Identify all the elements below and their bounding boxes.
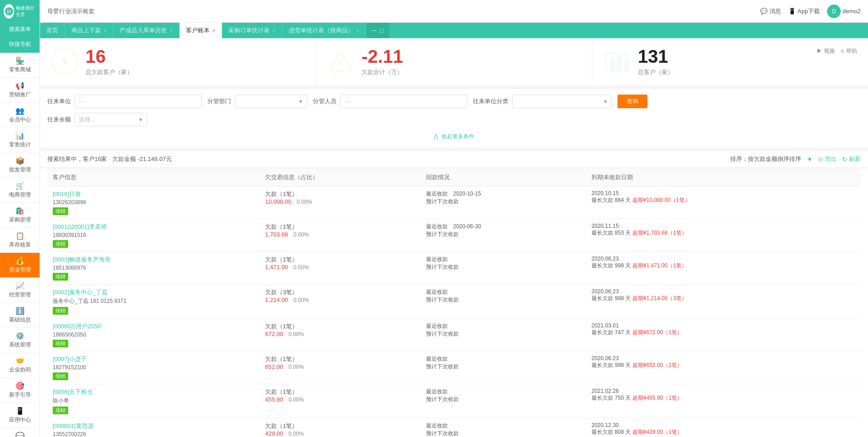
table-body: [0016]吕俊 13026203696 现销 欠款（1笔） 10,000.00…: [47, 186, 861, 437]
nav-label-11: 系统管理: [9, 341, 31, 349]
collapse-icon: ⋀: [434, 133, 438, 140]
debt-amount-row-1: 1,703.68 0.00%: [265, 231, 415, 238]
customer-name-0[interactable]: [0016]吕俊: [53, 190, 254, 198]
tab-close-1[interactable]: ×: [104, 28, 106, 33]
sidebar-item-4[interactable]: 📦批发管理: [0, 153, 40, 178]
unit-class-chevron-icon: ▼: [603, 99, 608, 104]
help-btn[interactable]: ⊙ 帮助: [840, 47, 857, 55]
refresh-btn[interactable]: ↻ 刷新: [842, 155, 861, 163]
overdue-link-0[interactable]: 超期¥10,000.00（1笔）: [632, 197, 690, 203]
view-label: 视频: [824, 48, 835, 54]
unit-class-select[interactable]: ▼: [512, 95, 612, 108]
overdue-link-1[interactable]: 超期¥1,703.68（1笔）: [632, 230, 687, 236]
overdue-link-3[interactable]: 超期¥1,214.00（3笔）: [632, 295, 687, 301]
table-row: [0002]服务中心_丁磊 服务中心_丁磊 181 0125 8371 现销 欠…: [47, 285, 861, 319]
source-unit-dots: ···: [79, 97, 85, 105]
unit-class-label: 往来单位分类: [473, 97, 508, 105]
balance-placeholder: 选择...: [79, 116, 95, 124]
tab-production[interactable]: 产成品入库单历史×: [113, 23, 179, 38]
max-days-row-1: 最长欠款 853 天 超期¥1,703.68（1笔）: [592, 229, 855, 237]
overdue-link-4[interactable]: 超期¥672.00（1笔）: [632, 329, 682, 336]
customer-name-7[interactable]: [000001]黄思源: [53, 422, 254, 430]
last-recv-label-6: 最近收款: [426, 388, 448, 395]
customer-cell-2: [0003]畅捷服务尹海燕 18513066976 现销: [47, 252, 260, 285]
sidebar-item-7[interactable]: 📋库存核算: [0, 228, 40, 253]
tab-close-2[interactable]: ×: [170, 28, 172, 33]
sidebar-item-2[interactable]: 👥会员中心: [0, 103, 40, 128]
customer-name-1[interactable]: [0001020001]李老师: [53, 223, 254, 231]
query-button[interactable]: 查询: [617, 95, 647, 108]
user-avatar-btn[interactable]: D demo2: [827, 5, 861, 18]
tab-close-5[interactable]: ×: [356, 28, 359, 33]
sidebar-item-5[interactable]: 🛒电商管理: [0, 178, 40, 203]
message-btn[interactable]: 💬 消息: [760, 7, 781, 15]
customer-cell-5: [0007]小迸干 18279152100 现销: [47, 352, 260, 384]
customer-name-3[interactable]: [0002]服务中心_丁磊: [53, 288, 254, 296]
quick-nav-btn[interactable]: 快捷导航: [0, 36, 40, 53]
collapse-bar[interactable]: ⋀ 收起更多条件: [47, 131, 861, 142]
manager-input[interactable]: ···: [340, 95, 467, 108]
app-download-btn[interactable]: 📱 App下载: [788, 7, 820, 15]
overdue-link-6[interactable]: 超期¥455.90（1笔）: [632, 395, 682, 401]
due-date-7: 2020.12.30: [592, 422, 855, 428]
next-recv-1: 预计下次收款: [426, 231, 581, 238]
balance-select[interactable]: 选择... ▼: [75, 113, 147, 126]
overdue-link-7[interactable]: 超期¥429.00（1笔）: [632, 429, 682, 435]
svg-text:好: 好: [7, 9, 11, 14]
customer-name-2[interactable]: [0003]畅捷服务尹海燕: [53, 256, 254, 264]
tab-products[interactable]: 商品上下架×: [65, 23, 113, 38]
tag-cash-4: 现销: [53, 340, 68, 347]
overdue-link-5[interactable]: 超期¥652.00（1笔）: [632, 362, 682, 368]
next-recv-label-0: 预计下次收款: [426, 198, 459, 205]
sidebar-item-11[interactable]: ⚙️系统管理: [0, 328, 40, 353]
last-date-0: 2020-10-15: [453, 191, 481, 197]
tab-instock[interactable]: 进货单统计表（按商品）×: [282, 23, 366, 38]
last-recv-label-5: 最近收款: [426, 356, 448, 362]
app-download-label: App下载: [798, 7, 820, 15]
sidebar-item-6[interactable]: 🛍️采购管理: [0, 203, 40, 228]
customer-name-6[interactable]: [0006]去下粮仓: [53, 388, 254, 396]
next-recv-2: 预计下次收款: [426, 263, 581, 271]
sidebar-item-3[interactable]: 📊零售统计: [0, 128, 40, 153]
sidebar-item-12[interactable]: 🤝企业协同: [0, 353, 40, 378]
debt-count-0: 欠款（1笔）: [265, 190, 415, 198]
sidebar: 好 畅捷通好生意 搜索菜单 快捷导航 🏪零售商城📢营销推广👥会员中心📊零售统计📦…: [0, 0, 40, 437]
sidebar-item-8[interactable]: 💰资金管理: [0, 253, 40, 278]
company-name: 母婴行业演示账套: [47, 7, 95, 15]
sidebar-item-14[interactable]: 📱应用中心: [0, 403, 40, 428]
next-recv-label-7: 预计下次收款: [426, 430, 459, 437]
tab-home[interactable]: 首页: [40, 23, 65, 38]
card2-label: 欠款合计（万）: [361, 68, 581, 76]
search-menu-btn[interactable]: 搜索菜单: [0, 23, 40, 36]
amount-text: 欠款金额 -21,148.07元: [112, 156, 172, 162]
tab-minimize-btn[interactable]: ─: [371, 27, 376, 34]
sidebar-item-10[interactable]: ℹ️基础信息: [0, 303, 40, 328]
customer-name-5[interactable]: [0007]小迸干: [53, 355, 254, 363]
sidebar-item-13[interactable]: 🎯新手引导: [0, 378, 40, 403]
sidebar-item-9[interactable]: 📈经营管理: [0, 278, 40, 303]
tab-customer[interactable]: 客户账本×: [180, 23, 222, 38]
due-date-1: 2020.11.15: [592, 223, 855, 229]
tab-purchase[interactable]: 采购订单统计表×: [222, 23, 282, 38]
source-unit-input[interactable]: ···: [75, 95, 202, 108]
sidebar-item-1[interactable]: 📢营销推广: [0, 78, 40, 103]
tag-cash-5: 现销: [53, 372, 68, 380]
max-days-2: 最长欠款 998 天: [592, 262, 632, 269]
logo-texts: 畅捷通好生意: [16, 5, 36, 18]
last-recv-label-7: 最近收款: [426, 422, 448, 429]
tab-close-3[interactable]: ×: [212, 28, 215, 33]
sidebar-item-0[interactable]: 🏪零售商城: [0, 53, 40, 78]
export-btn[interactable]: ⊙ 导出: [818, 155, 837, 163]
tab-maximize-btn[interactable]: □: [380, 27, 383, 34]
last-recv-6: 最近收款: [426, 388, 581, 396]
view-btn[interactable]: ▶ 视频: [817, 47, 834, 55]
card1-content: 16 总欠款客户（家）: [85, 47, 305, 76]
sidebar-item-15[interactable]: 💬企业微信: [0, 428, 40, 437]
tab-close-4[interactable]: ×: [272, 28, 275, 33]
manager-filter: 分管人员 ···: [313, 95, 467, 108]
collapse-label: 收起更多条件: [442, 133, 474, 140]
dept-select[interactable]: ▼: [235, 95, 307, 108]
overdue-link-2[interactable]: 超期¥1,471.00（1笔）: [632, 262, 687, 269]
debt-count-7: 欠款（1笔）: [265, 422, 415, 430]
customer-name-4[interactable]: [000002]用户2050: [53, 322, 254, 331]
